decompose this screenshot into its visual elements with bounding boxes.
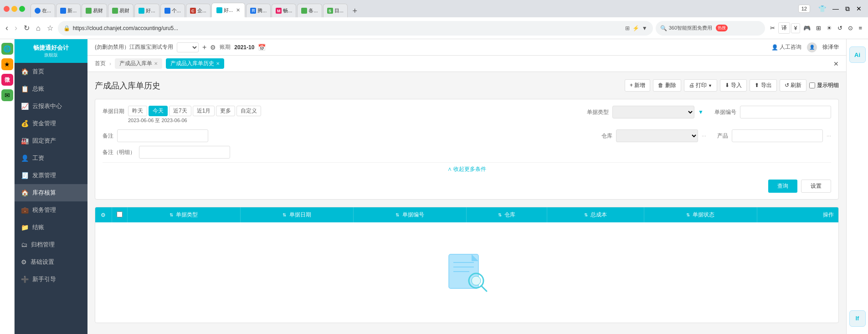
more-date-btn[interactable]: 更多 [216,106,235,116]
close-btn[interactable]: ✕ [853,4,864,13]
minimize-window-btn[interactable] [11,6,17,12]
query-btn[interactable]: 查询 [768,180,797,193]
calendar-btn[interactable]: 📅 [258,44,266,51]
game-tool-btn[interactable]: 🎮 [801,23,813,33]
new-tab-btn[interactable]: + [349,5,361,17]
tab-history-page[interactable]: 产成品入库单历史 ✕ [166,58,224,69]
last-7-days-btn[interactable]: 近7天 [169,106,191,116]
sidebar-item-new-entry[interactable]: ➕ 新手引导 [15,271,87,288]
ai-btn[interactable]: Ai [849,46,866,63]
th-gear[interactable]: ⚙ [95,207,112,222]
remark-detail-input[interactable] [139,146,230,159]
minimize-btn[interactable]: — [830,4,842,13]
tab-history-close[interactable]: ✕ [216,61,220,66]
forward-btn[interactable]: › [13,21,19,35]
company-select[interactable] [177,42,199,52]
sidebar-item-fixed-assets[interactable]: 🏭 固定资产 [15,132,87,149]
maximize-window-btn[interactable] [19,6,25,12]
custom-date-btn[interactable]: 自定义 [236,106,261,116]
breadcrumb-home[interactable]: 首页 [95,60,106,67]
tab-5[interactable]: 好... [134,4,159,17]
tab-12[interactable]: S 目... [323,4,348,17]
zoom-tool-btn[interactable]: ⊙ [846,23,855,33]
if-btn[interactable]: If [849,310,866,327]
sidebar-item-general-ledger[interactable]: 📋 总账 [15,80,87,98]
query-settings-btn[interactable]: 设置 [801,180,831,193]
last-month-btn[interactable]: 近1月 [193,106,215,116]
tab-2[interactable]: 新... [56,4,81,17]
content-close-btn[interactable]: ✕ [833,60,839,67]
tab-list-close[interactable]: ✕ [154,61,158,66]
tab-11[interactable]: 各... [297,4,322,17]
mail-app-icon[interactable]: ✉ [1,89,13,101]
refresh-data-btn[interactable]: ↺ 刷新 [780,79,806,92]
user-service-btn[interactable]: 👤 人工咨询 [771,43,801,51]
sidebar-item-inventory[interactable]: 🏠 库存核算 [15,184,87,201]
new-btn[interactable]: + 新增 [625,79,650,92]
sidebar-item-archive[interactable]: 🗂 归档管理 [15,236,87,253]
tab-1[interactable]: 在... [31,4,55,17]
undo-tool-btn[interactable]: ↺ [835,23,845,33]
doc-type-select[interactable] [612,106,694,118]
bookmark-btn[interactable]: ☆ [45,22,55,34]
shirt-icon-btn[interactable]: 👕 [816,4,829,13]
th-doc-status[interactable]: ⇅ 单据状态 [644,207,757,222]
sidebar-item-invoice[interactable]: 🧾 发票管理 [15,167,87,184]
tab-list-page[interactable]: 产成品入库单 ✕ [115,58,162,69]
import-btn[interactable]: ⬇ 导入 [720,79,747,92]
tab-10[interactable]: M 畅... [272,4,296,17]
product-input[interactable] [732,129,823,142]
back-btn[interactable]: ‹ [4,21,10,35]
address-bar[interactable]: 🔒 https://cloud.chanjet.com/accounting/u… [58,21,653,36]
sidebar-item-basic-settings[interactable]: ⚙ 基础设置 [15,253,87,271]
refresh-nav-btn[interactable]: ↻ [22,22,31,34]
select-all-checkbox[interactable] [117,211,123,217]
sidebar-item-home[interactable]: 🏠 首页 [15,63,87,80]
menu-tool-btn[interactable]: ≡ [856,23,864,33]
close-window-btn[interactable] [4,6,10,12]
remark-input[interactable] [117,129,208,142]
sidebar-logo[interactable]: 畅捷通好会计 旗舰版 [15,39,87,63]
sidebar-item-fund[interactable]: 💰 资金管理 [15,115,87,132]
tab-8-close[interactable]: ✕ [236,7,240,13]
sidebar-item-close-account[interactable]: 📁 结账 [15,219,87,236]
show-fields-input[interactable] [809,82,815,88]
export-btn[interactable]: ⬆ 导出 [750,79,776,92]
star-app-icon[interactable]: ★ [1,58,13,70]
th-doc-date[interactable]: ⇅ 单据日期 [240,207,353,222]
th-checkbox[interactable] [112,207,127,222]
collapse-bar[interactable]: ∧ 收起更多条件 [103,162,831,176]
print-btn[interactable]: 🖨 打印 ▼ [684,79,717,92]
translate-tool-btn[interactable]: 译 [778,22,790,34]
show-fields-checkbox[interactable]: 显示明细 [809,82,839,89]
sidebar-item-report-center[interactable]: 📈 云报表中心 [15,98,87,115]
yesterday-btn[interactable]: 昨天 [128,106,147,116]
settings-company-btn[interactable]: ⚙ [210,44,216,51]
doc-no-input[interactable] [740,106,831,118]
th-doc-type[interactable]: ⇅ 单据类型 [127,207,240,222]
sidebar-item-payroll[interactable]: 👤 工资 [15,149,87,167]
today-btn[interactable]: 今天 [149,106,168,116]
add-company-btn[interactable]: + [202,43,206,51]
tab-9[interactable]: 腾 腾... [246,4,271,17]
browser-app-icon[interactable]: 🌐 [1,43,13,55]
tab-7[interactable]: C 企... [186,4,211,17]
delete-btn[interactable]: 🗑 删除 [653,79,681,92]
tab-6[interactable]: 个... [160,4,185,17]
tab-3[interactable]: 易财 [82,4,107,17]
tab-8-active[interactable]: 好... ✕ [211,3,245,17]
th-warehouse[interactable]: ⇅ 仓库 [467,207,547,222]
warehouse-select[interactable] [616,129,698,142]
tab-4[interactable]: 易财 [108,4,134,17]
th-doc-no[interactable]: ⇅ 单据编号 [354,207,467,222]
scissors-tool-btn[interactable]: ✂ [768,23,777,33]
sidebar-item-tax[interactable]: 💼 税务管理 [15,201,87,219]
th-total-cost[interactable]: ⇅ 总成本 [547,207,644,222]
theme-tool-btn[interactable]: ☀ [824,23,834,33]
currency-tool-btn[interactable]: ¥ [791,23,801,33]
weibo-app-icon[interactable]: 微 [1,74,13,86]
grid-tool-btn[interactable]: ⊞ [814,23,823,33]
home-nav-btn[interactable]: ⌂ [34,22,42,34]
restore-btn[interactable]: ⧉ [842,4,853,14]
search-bar[interactable]: 🔍 360智能抠图免费用 热搜 [656,21,765,36]
